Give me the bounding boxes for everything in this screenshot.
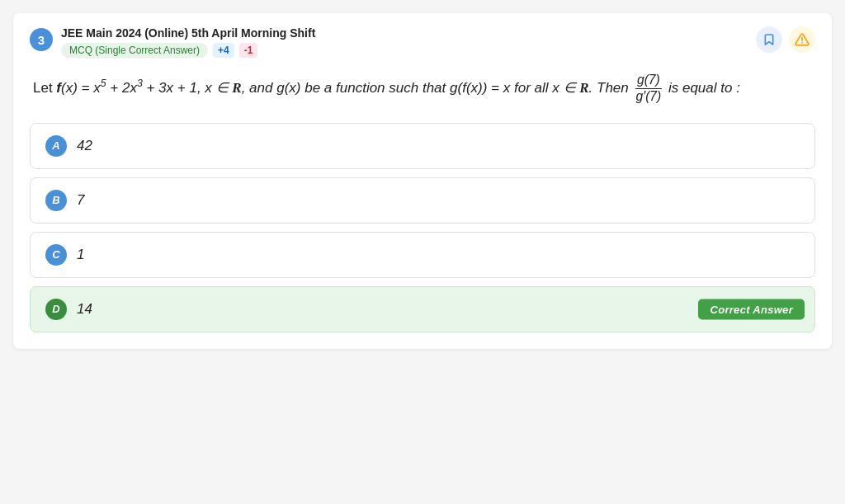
question-title: JEE Main 2024 (Online) 5th April Morning… [61, 26, 315, 40]
option-a-badge: A [45, 135, 67, 157]
correct-answer-badge: Correct Answer [698, 299, 805, 319]
tag-minus: -1 [239, 43, 258, 58]
options-list: A 42 B 7 C 1 D 14 Correct Answer [30, 123, 815, 332]
question-body: Let f(x) = x5 + 2x3 + 3x + 1, x ∈ R, and… [30, 73, 815, 105]
tag-plus: +4 [213, 43, 234, 58]
option-d-badge: D [45, 299, 67, 320]
question-tags: MCQ (Single Correct Answer) +4 -1 [61, 43, 315, 58]
question-header: 3 JEE Main 2024 (Online) 5th April Morni… [30, 26, 815, 58]
option-c[interactable]: C 1 [30, 232, 815, 278]
tag-mcq: MCQ (Single Correct Answer) [61, 43, 208, 58]
question-card: 3 JEE Main 2024 (Online) 5th April Morni… [13, 13, 832, 349]
option-d-text: 14 [77, 301, 92, 318]
option-d[interactable]: D 14 Correct Answer [30, 286, 815, 332]
question-number-badge: 3 [30, 28, 53, 51]
question-header-left: 3 JEE Main 2024 (Online) 5th April Morni… [30, 26, 315, 58]
option-a[interactable]: A 42 [30, 123, 815, 169]
option-a-text: 42 [77, 138, 92, 154]
header-icons [756, 26, 815, 53]
option-b-badge: B [45, 190, 67, 211]
bookmark-icon[interactable] [756, 26, 782, 53]
option-b-text: 7 [77, 192, 84, 209]
warning-icon[interactable] [789, 26, 815, 53]
option-c-text: 1 [77, 247, 84, 263]
question-meta: JEE Main 2024 (Online) 5th April Morning… [61, 26, 315, 58]
option-b[interactable]: B 7 [30, 177, 815, 224]
option-c-badge: C [45, 244, 67, 266]
